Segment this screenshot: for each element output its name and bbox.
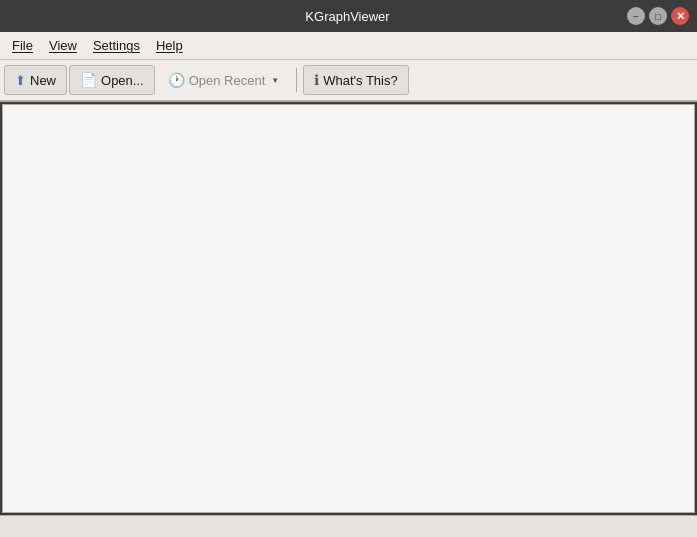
menu-item-help[interactable]: Help (148, 34, 191, 57)
title-bar: KGraphViewer − □ ✕ (0, 0, 697, 32)
toolbar-separator (296, 68, 297, 92)
open-button[interactable]: 📄 Open... (69, 65, 155, 95)
dropdown-arrow-icon: ▼ (271, 76, 279, 85)
window-controls: − □ ✕ (627, 7, 689, 25)
window-title: KGraphViewer (68, 9, 627, 24)
new-icon: ⬆ (15, 74, 26, 87)
menu-bar: File View Settings Help (0, 32, 697, 60)
main-content (2, 104, 695, 513)
new-button-label: New (30, 73, 56, 88)
close-button[interactable]: ✕ (671, 7, 689, 25)
whatsthis-label: What's This? (323, 73, 398, 88)
open-icon: 📄 (80, 73, 97, 87)
status-bar (0, 515, 697, 537)
open-recent-label: Open Recent (189, 73, 266, 88)
open-recent-button: 🕐 Open Recent ▼ (157, 65, 291, 95)
menu-item-settings[interactable]: Settings (85, 34, 148, 57)
whatsthis-icon: ℹ (314, 73, 319, 87)
toolbar: ⬆ New 📄 Open... 🕐 Open Recent ▼ ℹ What's… (0, 60, 697, 102)
whatsthis-button[interactable]: ℹ What's This? (303, 65, 409, 95)
minimize-button[interactable]: − (627, 7, 645, 25)
new-button[interactable]: ⬆ New (4, 65, 67, 95)
recent-icon: 🕐 (168, 73, 185, 87)
menu-item-file[interactable]: File (4, 34, 41, 57)
maximize-button[interactable]: □ (649, 7, 667, 25)
open-button-label: Open... (101, 73, 144, 88)
menu-item-view[interactable]: View (41, 34, 85, 57)
